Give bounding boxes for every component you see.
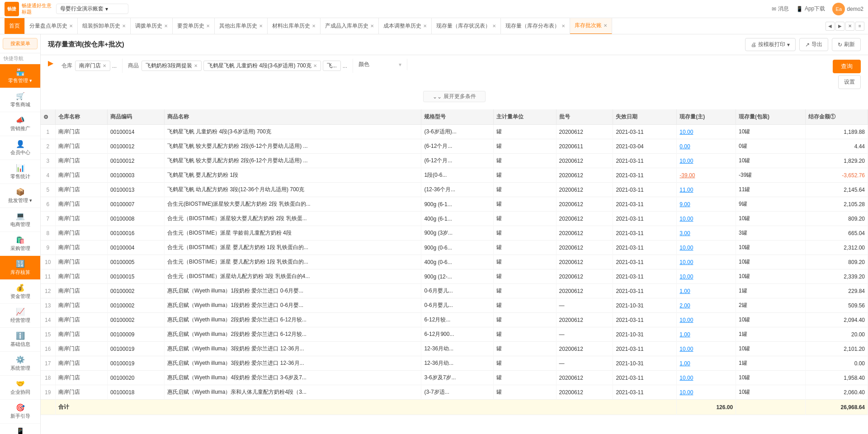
tab-cost-adjust[interactable]: 成本调整单历史 ✕ (379, 18, 432, 34)
row-stock-pkg: 10罐 (736, 212, 806, 226)
row-stock-main[interactable]: 9.00 (677, 197, 736, 212)
export-btn[interactable]: ↗ 导出 (799, 38, 828, 51)
tab-stock-count[interactable]: 分量盘点单历史 ✕ (25, 18, 78, 34)
row-stock-main[interactable]: 1.00 (677, 356, 736, 371)
row-stock-main[interactable]: 10.00 (677, 212, 736, 226)
row-stock-main[interactable]: 11.00 (677, 183, 736, 197)
tab-close-icon[interactable]: ✕ (561, 24, 565, 28)
tab-close-icon[interactable]: ✕ (259, 24, 263, 28)
sidebar-item-member[interactable]: 👤 会员中心 (0, 136, 40, 160)
sidebar-item-enterprise[interactable]: 🤝 企业协同 (0, 376, 40, 400)
app-selector[interactable]: 母婴行业演示账套 ▾ (56, 4, 128, 14)
row-name: 惠氏启赋（Wyeth illuma）3段奶粉 爱尔兰进口 12-36月... (164, 342, 421, 356)
row-stock-main[interactable]: 0.00 (677, 139, 736, 154)
row-num: 3 (41, 154, 55, 168)
row-stock-main[interactable]: 10.00 (677, 269, 736, 284)
row-stock-main[interactable]: 10.00 (677, 241, 736, 255)
row-stock-main[interactable]: -39.00 (677, 168, 736, 183)
sidebar-item-retail-stats[interactable]: 📊 零售统计 (0, 160, 40, 184)
tab-material-out[interactable]: 材料出库单历史 ✕ (268, 18, 321, 34)
product-more[interactable]: ... (343, 63, 347, 69)
tab-stock-status[interactable]: 现存量（库存状况表） ✕ (432, 18, 501, 34)
message-btn[interactable]: ✉ 消息 (772, 5, 789, 13)
row-warehouse: 南岸门店 (55, 356, 108, 371)
tab-product-in[interactable]: 产成品入库单历史 ✕ (321, 18, 379, 34)
tab-close-icon[interactable]: ✕ (122, 24, 126, 28)
settings-icon[interactable]: ⚙ (43, 114, 48, 120)
sidebar-item-system[interactable]: ⚙️ 系统管理 (0, 352, 40, 376)
retail-mgmt-icon: 🏪 (3, 68, 38, 76)
tab-close-icon[interactable]: ✕ (423, 24, 427, 28)
row-spec: 900g (12-... (421, 269, 494, 284)
sidebar-item-marketing[interactable]: 📣 营销推广 (0, 112, 40, 136)
sidebar-item-retail-mall[interactable]: 🛒 零售商城 (0, 88, 40, 112)
table-row: 5 南岸门店 00100013 飞鹤星飞帆 幼儿配方奶粉 3段(12-36个月幼… (41, 183, 868, 197)
tab-close-icon[interactable]: ✕ (312, 24, 316, 28)
tab-close-icon[interactable]: ✕ (492, 24, 496, 28)
tab-close-icon[interactable]: ✕ (604, 23, 607, 28)
sidebar-item-basic-info[interactable]: ℹ️ 基础信息 (0, 328, 40, 352)
query-button[interactable]: 查询 (833, 60, 861, 73)
template-print-btn[interactable]: 🖨 按模板打印 ▾ (745, 38, 796, 51)
expand-more-btn[interactable]: ⌄⌄ 展开更多条件 (423, 91, 486, 102)
filter-expand-arrow[interactable]: ▶ (48, 59, 53, 67)
row-unit: 罐 (494, 313, 556, 327)
row-stock-main[interactable]: 10.00 (677, 371, 736, 385)
sidebar-item-app-center[interactable]: 📱 应用中心 (0, 424, 40, 434)
row-stock-main[interactable]: 10.00 (677, 255, 736, 269)
row-stock-main[interactable]: 10.00 (677, 385, 736, 400)
user-menu[interactable]: Ea demo2 (832, 3, 863, 15)
row-balance: 2,101.20 (805, 342, 868, 356)
setting-button[interactable]: 设置 (838, 75, 861, 89)
tab-nav-close[interactable]: ✕ (845, 22, 854, 31)
tab-pick[interactable]: 调拨单历史 ✕ (131, 18, 173, 34)
tab-other-out[interactable]: 其他出库单历史 ✕ (215, 18, 268, 34)
sidebar-item-purchase[interactable]: 🛍️ 采购管理 (0, 232, 40, 256)
product-tag-xingfeifan[interactable]: 飞鹤星飞帆 儿童奶粉 4段(3-6岁适用) 700克 ✕ (203, 61, 321, 71)
row-stock-main[interactable]: 10.00 (677, 342, 736, 356)
sidebar-item-ecommerce[interactable]: 💻 电商管理 (0, 208, 40, 232)
sidebar-item-inventory[interactable]: 🔢 库存核算 (0, 256, 40, 280)
sidebar-item-operations[interactable]: 📈 经营管理 (0, 304, 40, 328)
tab-nav-more[interactable]: ≡ (855, 22, 864, 31)
tab-close-icon[interactable]: ✕ (206, 24, 210, 28)
tab-close-icon[interactable]: ✕ (370, 24, 374, 28)
row-balance: 4.44 (805, 139, 868, 154)
warehouse-tag-nanandoor[interactable]: 南岸门店 ✕ (75, 61, 110, 71)
sidebar-item-guide[interactable]: 🎯 新手引导 (0, 400, 40, 424)
app-download-btn[interactable]: 📱 App下载 (796, 5, 825, 13)
row-stock-main[interactable]: 10.00 (677, 313, 736, 327)
col-settings[interactable]: ⚙ (41, 109, 55, 125)
tab-home[interactable]: 首页 (5, 18, 25, 34)
product-tag-more[interactable]: 飞... (323, 61, 341, 71)
warehouse-more[interactable]: ... (112, 63, 117, 69)
row-stock-main[interactable]: 1.00 (677, 327, 736, 342)
sidebar-item-wholesale[interactable]: 📦 批发管理 ▾ (0, 184, 40, 208)
warehouse-tag-close[interactable]: ✕ (103, 63, 106, 68)
tab-stock-dist[interactable]: 现存量（库存分布表） ✕ (501, 18, 570, 34)
search-menu-btn[interactable]: 搜索菜单 (3, 38, 38, 49)
system-icon: ⚙️ (3, 355, 38, 364)
tab-close-icon[interactable]: ✕ (164, 24, 168, 28)
row-batch: 20200612 (556, 255, 613, 269)
top-bar: 畅捷 畅捷通好生意 标题 母婴行业演示账套 ▾ ✉ 消息 📱 App下载 Ea … (0, 0, 868, 18)
product-tag-feihe3[interactable]: 飞鹤奶粉3段两提装 ✕ (142, 61, 202, 71)
row-stock-main[interactable]: 3.00 (677, 226, 736, 241)
row-stock-main[interactable]: 2.00 (677, 298, 736, 313)
tab-close-icon[interactable]: ✕ (69, 24, 73, 28)
tab-nav-next[interactable]: ▶ (835, 22, 844, 31)
sidebar-item-retail-mgmt[interactable]: 🏪 零售管理 ▾ (0, 64, 40, 88)
product-tag-close-1[interactable]: ✕ (194, 63, 198, 68)
tab-batch-account[interactable]: 库存批次账 ✕ (570, 18, 612, 34)
tab-nav-prev[interactable]: ◀ (826, 22, 835, 31)
row-stock-main[interactable]: 10.00 (677, 125, 736, 139)
tab-disassemble[interactable]: 组装拆卸单历史 ✕ (78, 18, 131, 34)
row-stock-main[interactable]: 10.00 (677, 154, 736, 168)
row-stock-main[interactable]: 1.00 (677, 284, 736, 298)
sidebar-item-finance[interactable]: 💰 资金管理 (0, 280, 40, 304)
summary-label: 合计 (55, 400, 677, 415)
tab-requisition[interactable]: 要货单历史 ✕ (173, 18, 215, 34)
refresh-btn[interactable]: ↻ 刷新 (832, 38, 861, 51)
color-dropdown-arrow[interactable]: ▾ (399, 61, 401, 68)
product-tag-close-2[interactable]: ✕ (313, 63, 317, 68)
